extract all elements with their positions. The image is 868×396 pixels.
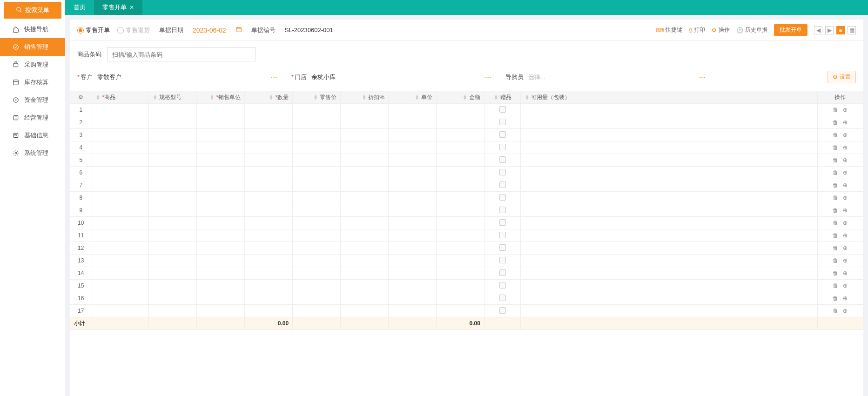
cell-amount[interactable] (436, 154, 484, 167)
cell-product[interactable] (92, 204, 149, 217)
add-row-icon[interactable]: ⊕ (843, 144, 848, 151)
checkbox-icon[interactable] (499, 269, 506, 276)
add-row-icon[interactable]: ⊕ (843, 270, 848, 276)
wholesale-button[interactable]: 批发开单 (774, 24, 807, 36)
table-row[interactable]: 16🗑⊕ (70, 292, 863, 305)
cell-sale-unit[interactable] (197, 229, 245, 242)
table-row[interactable]: 15🗑⊕ (70, 280, 863, 292)
cell-amount[interactable] (436, 229, 484, 242)
cell-qty[interactable] (245, 242, 293, 255)
cell-spec[interactable] (149, 167, 197, 179)
cell-product[interactable] (92, 179, 149, 192)
table-gear-icon[interactable]: ⚙ (78, 94, 83, 101)
cell-gift[interactable] (484, 192, 520, 204)
cell-sale-unit[interactable] (197, 104, 245, 116)
cell-sale-unit[interactable] (197, 167, 245, 179)
cell-discount[interactable] (341, 167, 389, 179)
col-spec[interactable]: 规格型号 (149, 91, 197, 104)
cell-amount[interactable] (436, 305, 484, 317)
cell-discount[interactable] (341, 242, 389, 255)
cell-product[interactable] (92, 255, 149, 267)
cell-product[interactable] (92, 242, 149, 255)
cell-qty[interactable] (245, 179, 293, 192)
cell-retail[interactable] (293, 242, 341, 255)
add-row-icon[interactable]: ⊕ (843, 169, 848, 176)
cell-gift[interactable] (484, 242, 520, 255)
cell-product[interactable] (92, 192, 149, 204)
cell-unit-price[interactable] (389, 255, 437, 267)
cell-sale-unit[interactable] (197, 154, 245, 167)
cell-amount[interactable] (436, 129, 484, 141)
add-row-icon[interactable]: ⊕ (843, 308, 848, 314)
cell-spec[interactable] (149, 104, 197, 116)
cell-product[interactable] (92, 280, 149, 292)
cell-sale-unit[interactable] (197, 116, 245, 129)
cell-discount[interactable] (341, 141, 389, 154)
settings-button[interactable]: ⚙ 设置 (828, 71, 856, 83)
cell-retail[interactable] (293, 280, 341, 292)
delete-row-icon[interactable]: 🗑 (833, 144, 838, 151)
nav-item-4[interactable]: ¥资金管理 (0, 91, 65, 109)
cell-spec[interactable] (149, 229, 197, 242)
cell-spec[interactable] (149, 217, 197, 229)
cell-sale-unit[interactable] (197, 204, 245, 217)
table-row[interactable]: 5🗑⊕ (70, 154, 863, 167)
cell-unit-price[interactable] (389, 154, 437, 167)
delete-row-icon[interactable]: 🗑 (833, 295, 838, 302)
cell-gift[interactable] (484, 267, 520, 280)
table-row[interactable]: 2🗑⊕ (70, 116, 863, 129)
cell-discount[interactable] (341, 229, 389, 242)
cell-unit-price[interactable] (389, 242, 437, 255)
cell-sale-unit[interactable] (197, 217, 245, 229)
calendar-icon[interactable] (236, 26, 242, 34)
cell-retail[interactable] (293, 179, 341, 192)
cell-spec[interactable] (149, 292, 197, 305)
cell-product[interactable] (92, 116, 149, 129)
store-more-icon[interactable]: ··· (485, 74, 491, 81)
tab-0[interactable]: 首页 (65, 0, 94, 15)
checkbox-icon[interactable] (499, 169, 506, 175)
cell-spec[interactable] (149, 267, 197, 280)
cell-unit-price[interactable] (389, 116, 437, 129)
cell-qty[interactable] (245, 280, 293, 292)
cell-unit-price[interactable] (389, 305, 437, 317)
view-list-button[interactable]: ≡ (836, 26, 845, 34)
cell-product[interactable] (92, 305, 149, 317)
cell-amount[interactable] (436, 267, 484, 280)
cell-amount[interactable] (436, 192, 484, 204)
checkbox-icon[interactable] (499, 106, 506, 113)
add-row-icon[interactable]: ⊕ (843, 295, 848, 302)
table-row[interactable]: 4🗑⊕ (70, 141, 863, 154)
delete-row-icon[interactable]: 🗑 (833, 282, 838, 289)
cell-spec[interactable] (149, 305, 197, 317)
delete-row-icon[interactable]: 🗑 (833, 132, 838, 138)
col-unit-price[interactable]: 单价 (389, 91, 437, 104)
cell-spec[interactable] (149, 154, 197, 167)
cell-sale-unit[interactable] (197, 305, 245, 317)
col-product[interactable]: *商品 (92, 91, 149, 104)
cell-unit-price[interactable] (389, 292, 437, 305)
cell-gift[interactable] (484, 141, 520, 154)
cell-unit-price[interactable] (389, 141, 437, 154)
barcode-input[interactable] (107, 47, 256, 61)
col-discount[interactable]: 折扣% (341, 91, 389, 104)
cell-gift[interactable] (484, 292, 520, 305)
cell-discount[interactable] (341, 267, 389, 280)
col-qty[interactable]: *数量 (245, 91, 293, 104)
cell-gift[interactable] (484, 280, 520, 292)
cell-sale-unit[interactable] (197, 280, 245, 292)
cell-unit-price[interactable] (389, 267, 437, 280)
cell-spec[interactable] (149, 280, 197, 292)
cell-qty[interactable] (245, 292, 293, 305)
customer-more-icon[interactable]: ··· (271, 74, 277, 81)
cell-qty[interactable] (245, 255, 293, 267)
cell-retail[interactable] (293, 154, 341, 167)
cell-discount[interactable] (341, 116, 389, 129)
checkbox-icon[interactable] (499, 181, 506, 188)
cell-retail[interactable] (293, 267, 341, 280)
cell-gift[interactable] (484, 204, 520, 217)
view-grid-button[interactable]: ▦ (848, 26, 856, 34)
checkbox-icon[interactable] (499, 207, 506, 213)
search-menu-button[interactable]: 搜索菜单 (4, 2, 61, 19)
delete-row-icon[interactable]: 🗑 (833, 308, 838, 314)
